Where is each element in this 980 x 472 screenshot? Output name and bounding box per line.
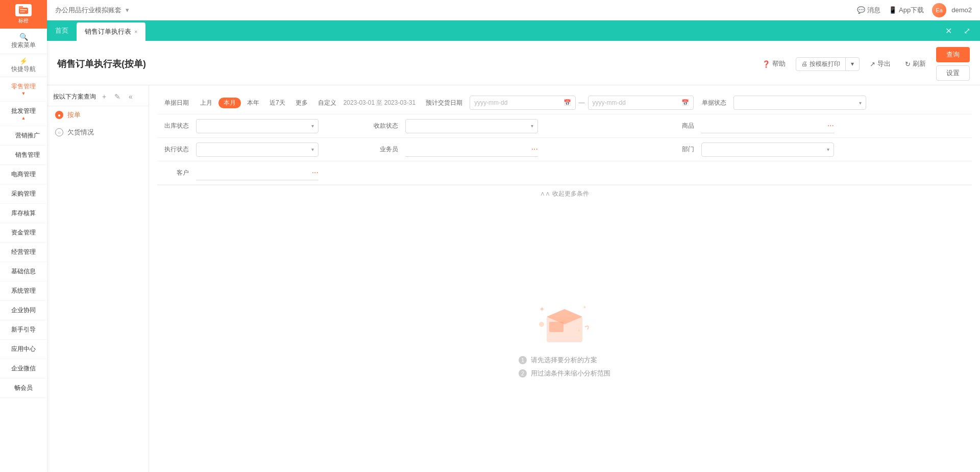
appdownload-btn[interactable]: 📱 App下载	[889, 6, 924, 15]
chip-last7days[interactable]: 近7天	[265, 98, 289, 108]
sidebar-item-marketing[interactable]: 营销推广	[0, 126, 47, 146]
sidebar-item-purchase[interactable]: 采购管理	[0, 184, 47, 204]
expected-date-end[interactable]: yyyy-mm-dd 📅	[588, 96, 694, 110]
cal-icon-start: 📅	[564, 99, 571, 106]
export-icon: ↗	[870, 60, 875, 68]
user-avatar: Ea	[932, 3, 946, 17]
user-area[interactable]: Ea demo2	[932, 3, 972, 17]
sidebar-item-operation[interactable]: 经营管理	[0, 243, 47, 262]
query-btn[interactable]: 查询	[936, 47, 970, 62]
sidebar-item-member[interactable]: 畅会员	[0, 379, 47, 398]
sidebar-item-sales[interactable]: 销售管理	[0, 146, 47, 165]
empty-state: ✦ ✦ ✦ 1 请先选择要分析的方案	[149, 202, 980, 472]
sidebar-item-newuser[interactable]: 新手引导	[0, 320, 47, 340]
svg-rect-6	[549, 322, 564, 332]
sidebar-item-inventory[interactable]: 库存核算	[0, 204, 47, 223]
chip-current-month[interactable]: 本月	[218, 98, 241, 108]
status-select[interactable]: ▾	[733, 96, 866, 110]
print-btn[interactable]: 🖨 按模板打印	[796, 58, 846, 70]
customer-more-btn[interactable]: ···	[312, 168, 318, 177]
refresh-btn[interactable]: ↻ 刷新	[901, 57, 930, 70]
sidebar-quicknav[interactable]: ⚡ 快捷导航	[0, 54, 47, 77]
main-area: 办公用品行业模拟账套 ▾ 💬 消息 📱 App下载 Ea demo2 首页	[47, 0, 980, 472]
sidebar-item-basic[interactable]: 基础信息	[0, 262, 47, 281]
user-name: demo2	[951, 6, 972, 14]
salesperson-more-btn[interactable]: ···	[531, 145, 538, 154]
empty-tips: 1 请先选择要分析的方案 2 用过滤条件来缩小分析范围	[519, 356, 610, 378]
industry-dropdown-icon[interactable]: ▾	[126, 6, 129, 14]
sidebar: 标橙 🔍 搜索菜单 ⚡ 快捷导航 零售管理 ▼ 批发管理 ▲ 营销推广 销售管理…	[0, 0, 47, 472]
sidebar-item-system[interactable]: 系统管理	[0, 281, 47, 301]
sidebar-item-wechat[interactable]: 企业微信	[0, 359, 47, 379]
collapse-bar[interactable]: ∧∧ 收起更多条件	[157, 185, 972, 202]
message-btn[interactable]: 💬 消息	[857, 6, 880, 15]
sidebar-item-wholesale[interactable]: 批发管理 ▲	[0, 102, 47, 126]
tab-expand-btn[interactable]: ⤢	[960, 23, 974, 38]
tip-item-1: 1 请先选择要分析的方案	[519, 356, 610, 365]
sidebar-item-ecommerce[interactable]: 电商管理	[0, 165, 47, 184]
app-logo[interactable]: 标橙	[0, 0, 47, 29]
sidebar-item-enterprise[interactable]: 企业协同	[0, 301, 47, 320]
chip-more[interactable]: 更多	[291, 98, 312, 108]
tab-close-window-btn[interactable]: ✕	[941, 23, 955, 38]
payment-status-select[interactable]: ▾	[405, 119, 538, 133]
date-separator: —	[579, 99, 585, 106]
goods-more-btn[interactable]: ···	[827, 121, 834, 130]
sidebar-search[interactable]: 🔍 搜索菜单	[0, 29, 47, 54]
scheme-panel: 按以下方案查询 + ✎ « ● 按单 ○ 欠货情况	[47, 85, 149, 472]
svg-rect-3	[20, 11, 25, 12]
salesperson-input[interactable]	[405, 142, 529, 156]
scheme-collapse-btn[interactable]: «	[126, 91, 136, 102]
main-panel: 按以下方案查询 + ✎ « ● 按单 ○ 欠货情况	[47, 85, 980, 472]
chip-last-month[interactable]: 上月	[196, 98, 216, 108]
sidebar-item-finance[interactable]: 资金管理	[0, 223, 47, 243]
scheme-item-order[interactable]: ● 按单	[47, 106, 149, 124]
refresh-icon: ↻	[905, 60, 911, 68]
message-icon: 💬	[857, 6, 865, 14]
scheme-item-shortage[interactable]: ○ 欠货情况	[47, 124, 149, 141]
expected-date-label: 预计交货日期	[424, 99, 467, 107]
tab-close-icon[interactable]: ×	[134, 29, 137, 35]
date-label: 单据日期	[157, 99, 193, 107]
tip-num-1: 1	[519, 356, 527, 364]
industry-label: 办公用品行业模拟账套	[55, 6, 121, 15]
chip-custom[interactable]: 自定义	[314, 98, 340, 108]
chip-current-year[interactable]: 本年	[243, 98, 263, 108]
filter-section: 单据日期 上月 本月 本年 近7天 更多 自定义 2023-03-01 至 20…	[149, 85, 980, 202]
date-range-expected: yyyy-mm-dd 📅 — yyyy-mm-dd 📅	[470, 96, 694, 110]
tab-home[interactable]: 首页	[47, 20, 77, 41]
page-actions: ❓ 帮助 🖨 按模板打印 ▾ ↗ 导出 ↻ 刷新	[758, 47, 970, 81]
expected-date-start[interactable]: yyyy-mm-dd 📅	[470, 96, 575, 110]
dept-label: 部门	[670, 145, 698, 154]
dept-select[interactable]: ▾	[701, 143, 834, 157]
goods-label: 商品	[670, 122, 698, 130]
status-label: 单据状态	[702, 99, 730, 107]
scheme-add-btn[interactable]: +	[99, 91, 109, 102]
exec-status-label: 执行状态	[157, 145, 193, 154]
download-label: App下载	[899, 6, 924, 15]
svg-point-10	[539, 322, 544, 327]
top-bar: 办公用品行业模拟账套 ▾ 💬 消息 📱 App下载 Ea demo2	[47, 0, 980, 20]
goods-input[interactable]	[701, 119, 825, 133]
print-btn-group: 🖨 按模板打印 ▾	[796, 57, 860, 71]
status-select-arrow: ▾	[859, 100, 862, 106]
sidebar-item-appcenter[interactable]: 应用中心	[0, 340, 47, 359]
scheme-header: 按以下方案查询 + ✎ «	[47, 91, 149, 106]
sidebar-item-retail[interactable]: 零售管理 ▼	[0, 77, 47, 102]
exec-status-select[interactable]: ▾	[196, 143, 318, 157]
mobile-icon: 📱	[889, 6, 897, 14]
top-bar-right: 💬 消息 📱 App下载 Ea demo2	[857, 3, 972, 17]
scheme-dot-active: ●	[55, 111, 63, 119]
customer-input[interactable]	[196, 166, 310, 180]
tab-sales-order[interactable]: 销售订单执行表 ×	[77, 22, 145, 41]
svg-rect-1	[19, 6, 23, 9]
export-btn[interactable]: ↗ 导出	[866, 57, 895, 70]
scheme-edit-btn[interactable]: ✎	[112, 91, 122, 102]
logo-icon	[15, 4, 32, 16]
empty-icon: ✦ ✦ ✦	[534, 296, 595, 347]
help-btn[interactable]: ❓ 帮助	[758, 57, 790, 70]
print-dropdown-btn[interactable]: ▾	[846, 58, 859, 69]
delivery-status-select[interactable]: ▾	[196, 119, 318, 133]
settings-btn[interactable]: 设置	[936, 65, 970, 81]
date-chips: 上月 本月 本年 近7天 更多 自定义	[196, 98, 340, 108]
